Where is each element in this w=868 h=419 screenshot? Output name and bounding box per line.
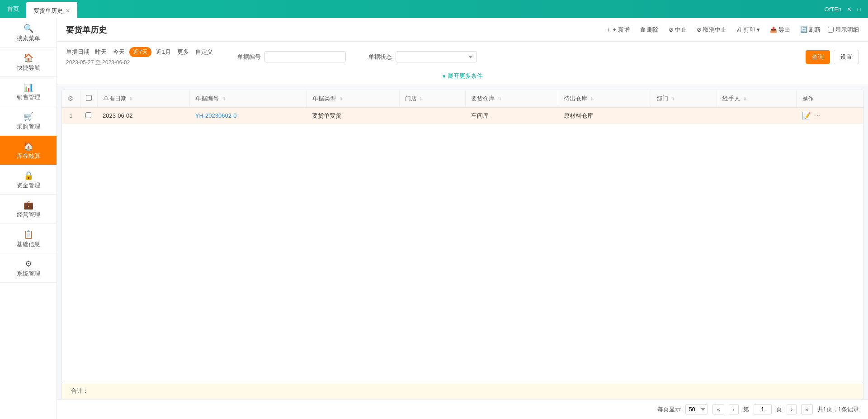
sidebar-item-operations[interactable]: 💼 经营管理 bbox=[0, 195, 57, 224]
sales-icon: 📊 bbox=[24, 83, 33, 91]
col-warehouse: 要货仓库 ⇅ bbox=[466, 90, 558, 108]
delete-button[interactable]: 🗑 删除 bbox=[637, 24, 661, 36]
settings-button[interactable]: 设置 bbox=[834, 50, 859, 64]
new-button[interactable]: ＋ + 新增 bbox=[603, 24, 632, 36]
table-header-row: ⚙ 单据日期 ⇅ 单据编号 ⇅ bbox=[62, 90, 863, 108]
sidebar-item-finance[interactable]: 🔒 资金管理 bbox=[0, 165, 57, 195]
stop-button[interactable]: ⊘ 中止 bbox=[666, 24, 689, 36]
col-date-label: 单据日期 bbox=[103, 95, 127, 102]
sidebar-item-system[interactable]: ⚙ 系统管理 bbox=[0, 253, 57, 283]
print-label: 打印 bbox=[744, 26, 755, 34]
tab-home[interactable]: 首页 bbox=[0, 0, 26, 18]
prev-page-button[interactable]: ‹ bbox=[729, 404, 739, 414]
per-page-select[interactable]: 10 20 50 100 bbox=[685, 404, 708, 414]
toolbar: ＋ + 新增 🗑 删除 ⊘ 中止 ⊘ 取消中止 🖨 打印 bbox=[603, 24, 859, 36]
status-select[interactable] bbox=[396, 51, 477, 62]
print-dropdown-icon: ▾ bbox=[757, 26, 760, 33]
display-detail-checkbox[interactable] bbox=[828, 27, 834, 33]
table-settings-icon[interactable]: ⚙ bbox=[67, 95, 73, 102]
sidebar-item-finance-label: 资金管理 bbox=[17, 181, 40, 190]
top-bar-tabs: 首页 要货单历史 ✕ bbox=[0, 0, 77, 18]
per-page-label: 每页显示 bbox=[657, 405, 681, 414]
sidebar-item-shortcut[interactable]: 🏠 快捷导航 bbox=[0, 48, 57, 77]
stop-label: 中止 bbox=[675, 26, 687, 34]
date-filter-label: 单据日期 bbox=[66, 48, 90, 56]
row-store bbox=[399, 108, 466, 124]
sidebar-item-inventory[interactable]: 🏠 库存核算 bbox=[0, 136, 57, 165]
data-table: ⚙ 单据日期 ⇅ 单据编号 ⇅ bbox=[62, 90, 863, 124]
row-edit-icon[interactable]: 📝 bbox=[802, 111, 811, 120]
print-button[interactable]: 🖨 打印 ▾ bbox=[734, 24, 763, 36]
window-maximize-icon[interactable]: □ bbox=[857, 6, 861, 13]
next-page-button[interactable]: › bbox=[787, 404, 797, 414]
col-date-sort-icon[interactable]: ⇅ bbox=[129, 96, 133, 101]
tab-requisition-label: 要货单历史 bbox=[33, 7, 63, 15]
page-title: 要货单历史 bbox=[66, 24, 603, 35]
status-select-wrapper bbox=[396, 51, 477, 62]
sidebar-item-operations-label: 经营管理 bbox=[17, 211, 40, 219]
row-more-icon[interactable]: ⋯ bbox=[814, 111, 821, 120]
delete-icon: 🗑 bbox=[640, 26, 646, 33]
pagination-total: 共1页，1条记录 bbox=[817, 405, 859, 414]
expand-more-row[interactable]: ▾ 展开更多条件 bbox=[66, 70, 859, 82]
search-icon: 🔍 bbox=[24, 24, 33, 33]
billno-filter-group: 单据编号 bbox=[237, 51, 346, 62]
col-handler-sort-icon[interactable]: ⇅ bbox=[743, 96, 747, 101]
date-shortcut-custom[interactable]: 自定义 bbox=[193, 47, 215, 57]
date-filter-group: 单据日期 昨天 今天 近7天 近1月 更多 自定义 2023-05-27 至 2… bbox=[66, 47, 215, 67]
col-warehouse-sort-icon[interactable]: ⇅ bbox=[498, 96, 501, 101]
row-checkbox[interactable] bbox=[85, 112, 91, 118]
refresh-button[interactable]: 🔄 刷新 bbox=[797, 24, 823, 36]
top-bar-right: OfTEn ✕ □ bbox=[825, 6, 868, 13]
inventory-icon: 🏠 bbox=[24, 142, 33, 150]
page-header: 要货单历史 ＋ + 新增 🗑 删除 ⊘ 中止 ⊘ 取消中止 bbox=[57, 18, 868, 42]
sidebar: 🔍 搜索菜单 🏠 快捷导航 📊 销售管理 🛒 采购管理 🏠 库存核算 🔒 资金管… bbox=[0, 18, 57, 419]
query-button[interactable]: 查询 bbox=[806, 50, 830, 64]
col-billtype-sort-icon[interactable]: ⇅ bbox=[339, 96, 343, 101]
sidebar-item-purchase[interactable]: 🛒 采购管理 bbox=[0, 106, 57, 136]
date-shortcut-1month[interactable]: 近1月 bbox=[154, 47, 173, 57]
current-page-input[interactable] bbox=[754, 404, 772, 414]
col-billtype-label: 单据类型 bbox=[312, 95, 336, 102]
tab-close-icon[interactable]: ✕ bbox=[66, 8, 70, 14]
col-billno-sort-icon[interactable]: ⇅ bbox=[222, 96, 226, 101]
date-shortcut-7days[interactable]: 近7天 bbox=[129, 47, 151, 57]
sidebar-item-search[interactable]: 🔍 搜索菜单 bbox=[0, 18, 57, 48]
purchase-icon: 🛒 bbox=[24, 113, 33, 121]
sidebar-item-sales[interactable]: 📊 销售管理 bbox=[0, 77, 57, 106]
sidebar-item-inventory-label: 库存核算 bbox=[17, 152, 40, 160]
stop-icon: ⊘ bbox=[669, 26, 674, 33]
basic-icon: 📋 bbox=[24, 230, 33, 238]
export-button[interactable]: 📤 导出 bbox=[767, 24, 793, 36]
date-shortcut-today[interactable]: 今天 bbox=[111, 47, 127, 57]
page-unit: 页 bbox=[776, 405, 782, 414]
select-all-checkbox[interactable] bbox=[86, 95, 92, 101]
table-summary: 合计： bbox=[61, 383, 863, 399]
sidebar-item-purchase-label: 采购管理 bbox=[17, 123, 40, 131]
cancel-stop-button[interactable]: ⊘ 取消中止 bbox=[694, 24, 729, 36]
col-pending-warehouse-sort-icon[interactable]: ⇅ bbox=[590, 96, 594, 101]
tab-requisition-history[interactable]: 要货单历史 ✕ bbox=[26, 2, 77, 20]
first-page-button[interactable]: « bbox=[712, 404, 724, 414]
col-department: 部门 ⇅ bbox=[651, 90, 717, 108]
col-handler-label: 经手人 bbox=[722, 95, 740, 102]
date-shortcut-yesterday[interactable]: 昨天 bbox=[93, 47, 108, 57]
col-action-label: 操作 bbox=[802, 95, 814, 102]
display-detail-label: 显示明细 bbox=[835, 26, 859, 34]
cancel-stop-label: 取消中止 bbox=[703, 26, 726, 34]
col-store-sort-icon[interactable]: ⇅ bbox=[420, 96, 423, 101]
operations-icon: 💼 bbox=[24, 201, 33, 209]
col-department-sort-icon[interactable]: ⇅ bbox=[671, 96, 675, 101]
sidebar-item-basic[interactable]: 📋 基础信息 bbox=[0, 224, 57, 253]
tab-home-label: 首页 bbox=[7, 5, 19, 13]
cancel-stop-icon: ⊘ bbox=[697, 26, 702, 33]
last-page-button[interactable]: » bbox=[801, 404, 812, 414]
billno-input[interactable] bbox=[264, 51, 346, 62]
home-icon: 🏠 bbox=[24, 54, 33, 62]
row-billno-link[interactable]: YH-20230602-0 bbox=[195, 112, 237, 119]
display-detail-checkbox-label[interactable]: 显示明细 bbox=[828, 26, 859, 34]
window-close-icon[interactable]: ✕ bbox=[847, 6, 852, 13]
col-handler: 经手人 ⇅ bbox=[717, 90, 797, 108]
row-action-cell: 📝 ⋯ bbox=[797, 108, 863, 124]
date-shortcut-more[interactable]: 更多 bbox=[175, 47, 191, 57]
